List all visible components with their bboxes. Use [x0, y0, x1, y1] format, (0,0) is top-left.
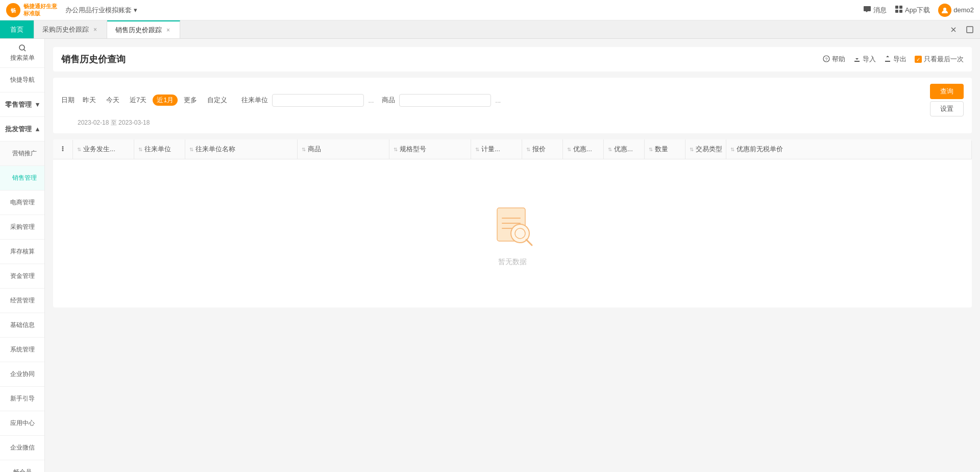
sidebar-item-sales-mgmt[interactable]: 销售管理 [0, 166, 44, 191]
export-icon [884, 55, 891, 64]
col-header-customer-code[interactable]: ⇅ 往来单位 [134, 139, 185, 159]
sort-icon: ⇅ [608, 147, 612, 152]
message-icon [863, 5, 871, 15]
search-icon [18, 44, 27, 54]
col-header-unit[interactable]: ⇅ 计量... [471, 139, 522, 159]
query-button[interactable]: 查询 [930, 84, 964, 99]
svg-rect-7 [967, 27, 973, 33]
sidebar-item-operations[interactable]: 经营管理 [0, 289, 44, 313]
date-custom[interactable]: 自定义 [203, 95, 231, 106]
date-more[interactable]: 更多 [180, 95, 201, 106]
search-form: 日期 昨天 今天 近7天 近1月 更多 自定义 往来单位 ... 商品 ... [53, 78, 972, 133]
customer-label: 往来单位 [241, 96, 268, 105]
sort-icon: ⇅ [567, 147, 571, 152]
col-header-spec[interactable]: ⇅ 规格型号 [389, 139, 471, 159]
logo-area: 畅 畅捷通好生意 标准版 [6, 3, 57, 17]
page-header-actions: ? 帮助 导入 导出 [823, 55, 964, 64]
customer-dots[interactable]: ... [368, 97, 374, 104]
user-menu[interactable]: demo2 [938, 4, 974, 17]
main-content: 销售历史价查询 ? 帮助 导入 [45, 39, 980, 472]
product-dots[interactable]: ... [495, 97, 501, 104]
col-header-discount2[interactable]: ⇅ 优惠... [604, 139, 645, 159]
tab-maximize-button[interactable] [964, 23, 976, 36]
sort-icon: ⇅ [649, 147, 653, 152]
sidebar-item-marketing[interactable]: 营销推广 [0, 141, 44, 166]
sidebar-item-apps[interactable]: 应用中心 [0, 411, 44, 436]
import-button[interactable]: 导入 [853, 55, 876, 64]
product-label: 商品 [382, 96, 395, 105]
app-download-button[interactable]: App下载 [895, 5, 930, 15]
sort-icon: ⇅ [302, 147, 306, 152]
data-table: ⇅ 业务发生... ⇅ 往来单位 ⇅ 往来单位名称 ⇅ 商品 ⇅ 规格型号 ⇅ … [53, 139, 972, 308]
message-button[interactable]: 消息 [863, 5, 887, 15]
import-icon [853, 55, 861, 64]
col-header-trade-type[interactable]: ⇅ 交易类型 [685, 139, 726, 159]
sort-icon: ⇅ [189, 147, 193, 152]
svg-rect-4 [895, 10, 898, 13]
sidebar-item-enterprise[interactable]: 企业协同 [0, 362, 44, 387]
help-button[interactable]: ? 帮助 [823, 55, 845, 64]
sidebar-item-purchase[interactable]: 采购管理 [0, 215, 44, 240]
col-header-quantity[interactable]: ⇅ 数量 [645, 139, 685, 159]
only-last-checkbox[interactable]: ✓ 只看最后一次 [915, 55, 964, 64]
tab-bar: 首页 采购历史价跟踪 × 销售历史价跟踪 × [0, 20, 980, 39]
sidebar-item-finance[interactable]: 资金管理 [0, 264, 44, 289]
svg-rect-3 [899, 6, 902, 9]
sidebar-item-wechat[interactable]: 企业微信 [0, 436, 44, 460]
date-today[interactable]: 今天 [102, 95, 124, 106]
col-header-discount1[interactable]: ⇅ 优惠... [563, 139, 604, 159]
help-icon: ? [823, 55, 830, 64]
sidebar-item-search[interactable]: 搜索菜单 [0, 39, 44, 68]
date-7days[interactable]: 近7天 [126, 95, 151, 106]
checkbox-icon: ✓ [915, 56, 922, 63]
logo-text: 畅捷通好生意 标准版 [23, 3, 57, 16]
app-download-icon [895, 5, 903, 15]
svg-line-9 [24, 50, 26, 51]
svg-line-17 [526, 240, 532, 245]
tab-sales[interactable]: 销售历史价跟踪 × [107, 20, 180, 38]
sidebar-item-wholesale[interactable]: 批发管理 ▴ [0, 117, 44, 141]
col-header-business-date[interactable]: ⇅ 业务发生... [73, 139, 134, 159]
search-row: 日期 昨天 今天 近7天 近1月 更多 自定义 往来单位 ... 商品 ... [61, 84, 964, 116]
svg-rect-2 [895, 6, 898, 9]
svg-text:?: ? [825, 57, 827, 62]
sidebar-item-system[interactable]: 系统管理 [0, 338, 44, 362]
sort-icon: ⇅ [526, 147, 530, 152]
sort-icon: ⇅ [394, 147, 398, 152]
svg-text:畅: 畅 [11, 8, 16, 13]
empty-text: 暂无数据 [498, 257, 527, 267]
col-header-pre-tax-price[interactable]: ⇅ 优惠前无税单价 [726, 139, 972, 159]
avatar [938, 4, 951, 17]
table-settings-button[interactable] [53, 140, 73, 159]
date-filters: 昨天 今天 近7天 近1月 更多 自定义 [79, 95, 231, 106]
product-input[interactable] [399, 94, 491, 107]
date-1month[interactable]: 近1月 [153, 95, 178, 106]
tab-purchase-close[interactable]: × [92, 26, 99, 34]
sidebar-item-retail[interactable]: 零售管理 ▾ [0, 92, 44, 117]
chevron-down-icon: ▾ [36, 101, 39, 108]
empty-state: 暂无数据 [53, 159, 972, 308]
sidebar: 搜索菜单 快捷导航 零售管理 ▾ 批发管理 ▴ 营销推广 销售管理 电商管理 采… [0, 39, 45, 472]
customer-input[interactable] [272, 94, 364, 107]
sidebar-item-inventory[interactable]: 库存核算 [0, 240, 44, 264]
app-selector[interactable]: 办公用品行业模拟账套 ▾ [61, 4, 141, 17]
sidebar-item-guide[interactable]: 新手引导 [0, 387, 44, 411]
date-yesterday[interactable]: 昨天 [79, 95, 100, 106]
col-header-customer-name[interactable]: ⇅ 往来单位名称 [185, 139, 298, 159]
sidebar-item-basic[interactable]: 基础信息 [0, 313, 44, 338]
chevron-down-icon: ▾ [134, 6, 137, 14]
tab-close-all-button[interactable] [947, 23, 960, 36]
settings-button[interactable]: 设置 [930, 101, 964, 116]
col-header-product[interactable]: ⇅ 商品 [298, 139, 389, 159]
tab-purchase[interactable]: 采购历史价跟踪 × [34, 20, 107, 38]
sidebar-item-quicknav[interactable]: 快捷导航 [0, 68, 44, 92]
tab-sales-close[interactable]: × [165, 26, 172, 34]
sort-icon: ⇅ [475, 147, 479, 152]
sidebar-item-member[interactable]: 畅会员 [0, 460, 44, 472]
tab-home[interactable]: 首页 [0, 20, 34, 38]
top-bar: 畅 畅捷通好生意 标准版 办公用品行业模拟账套 ▾ 消息 [0, 0, 980, 20]
col-header-quoted-price[interactable]: ⇅ 报价 [522, 139, 563, 159]
svg-rect-5 [899, 10, 902, 13]
export-button[interactable]: 导出 [884, 55, 906, 64]
sidebar-item-ecommerce[interactable]: 电商管理 [0, 191, 44, 215]
